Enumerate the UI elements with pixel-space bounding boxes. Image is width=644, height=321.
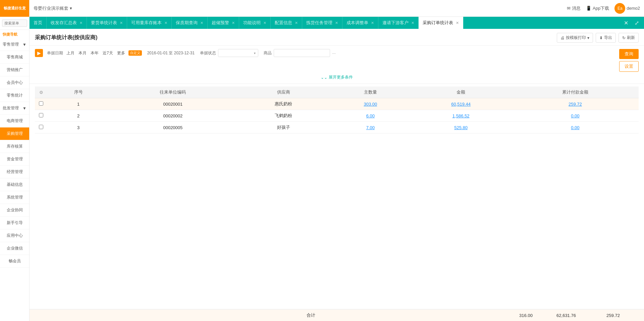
tab-close-icon[interactable]: ✕ <box>164 21 167 25</box>
th-setting[interactable]: ⚙ <box>35 87 47 98</box>
tab-receive-summary[interactable]: 收发存汇总表 ✕ <box>47 17 87 29</box>
row-checkbox[interactable] <box>39 125 43 129</box>
cell-checkbox[interactable] <box>35 122 47 133</box>
sidebar-item-retail-stats[interactable]: 零售统计 <box>0 89 29 102</box>
sidebar: 畅捷通好生意 快捷导航 零售管理 ▼ 零售商城 营销推广 会员中心 零售统计 批… <box>0 0 30 321</box>
status-select[interactable] <box>218 49 258 57</box>
sidebar-item-purchase[interactable]: 采购管理 <box>0 127 29 140</box>
sidebar-item-basics[interactable]: 基础信息 <box>0 178 29 191</box>
tab-close-icon[interactable]: ✕ <box>79 21 83 25</box>
nav-label[interactable]: 快捷导航 <box>0 30 29 38</box>
cell-no: 2 <box>47 110 109 122</box>
tab-close-icon[interactable]: ✕ <box>411 21 414 25</box>
expand-arrow-btn[interactable]: ▶ <box>35 49 43 57</box>
more-options-icon[interactable]: ··· <box>332 51 336 56</box>
sidebar-item-guide[interactable]: 新手引导 <box>0 217 29 229</box>
cell-amount[interactable]: 1,586.52 <box>410 110 512 122</box>
page-panel: 采购订单统计表(按供应商) 🖨 按模板打印 ▾ ⬇ 导出 ↻ 刷新 <box>30 29 644 321</box>
tab-close-icon[interactable]: ✕ <box>232 21 235 25</box>
cell-amount[interactable]: 60,519.44 <box>410 98 512 110</box>
tab-close-icon[interactable]: ✕ <box>335 21 338 25</box>
maximize-btn[interactable]: ⤢ <box>632 18 641 28</box>
message-btn[interactable]: ✉ 消息 <box>567 5 581 11</box>
close-tab-btn[interactable]: ✕ <box>621 18 631 28</box>
shortcut-last-month[interactable]: 上月 <box>65 50 76 57</box>
cell-qty[interactable]: 7.00 <box>331 122 410 133</box>
tab-validity[interactable]: 保质期查询 ✕ <box>172 17 208 29</box>
sidebar-item-system[interactable]: 系统管理 <box>0 191 29 204</box>
cell-amount[interactable]: 525.80 <box>410 122 512 133</box>
tab-close-icon[interactable]: ✕ <box>200 21 203 25</box>
sidebar-item-wholesale[interactable]: 批发管理 ▼ <box>0 102 29 115</box>
shortcut-this-year[interactable]: 本年 <box>89 50 100 57</box>
shortcut-this-month[interactable]: 本月 <box>77 50 88 57</box>
app-download-label: App下载 <box>593 5 609 11</box>
cell-unit-code: 00020002 <box>109 110 236 122</box>
cell-paid[interactable]: 259.72 <box>512 98 639 110</box>
tab-label: 保质期查询 <box>176 20 198 26</box>
phone-icon: 📱 <box>586 6 591 11</box>
tab-function-desc[interactable]: 功能说明 ✕ <box>239 17 271 29</box>
tab-close-icon[interactable]: ✕ <box>120 21 123 25</box>
query-btn[interactable]: 查询 <box>619 49 639 59</box>
cell-qty[interactable]: 6.00 <box>331 110 410 122</box>
tab-available-stock[interactable]: 可用量库存账本 ✕ <box>127 17 172 29</box>
search-input[interactable] <box>2 19 27 27</box>
tab-home[interactable]: 首页 <box>30 17 47 29</box>
cell-checkbox[interactable] <box>35 110 47 122</box>
cell-unit-code: 00020001 <box>109 98 236 110</box>
sidebar-item-ops[interactable]: 经营管理 <box>0 166 29 178</box>
th-paid: 累计付款金额 <box>512 87 639 98</box>
chevron-down-icon: ▾ <box>587 36 589 40</box>
sidebar-item-label: 批发管理 <box>3 105 19 111</box>
user-profile[interactable]: Ea demo2 <box>614 3 640 14</box>
tab-overstock[interactable]: 超储预警 ✕ <box>208 17 239 29</box>
sidebar-item-apps[interactable]: 应用中心 <box>0 229 29 242</box>
tab-close-icon[interactable]: ✕ <box>456 21 459 25</box>
tab-label: 超储预警 <box>212 20 229 26</box>
goods-filter-group: 商品 ··· <box>264 49 336 57</box>
logo-text: 畅捷通好生意 <box>4 6 26 10</box>
workspace-selector[interactable]: 母婴行业演示账套 ▾ <box>34 5 72 11</box>
sidebar-item-members[interactable]: 会员中心 <box>0 76 29 89</box>
template-print-btn[interactable]: 🖨 按模板打印 ▾ <box>557 33 593 43</box>
sidebar-item-retail-shop[interactable]: 零售商城 <box>0 51 29 64</box>
tab-invite-downstream[interactable]: 邀请下游客户 ✕ <box>378 17 419 29</box>
cell-paid[interactable]: 0.00 <box>512 122 639 133</box>
header-left: 母婴行业演示账套 ▾ <box>34 5 72 11</box>
tab-goods-summary[interactable]: 要货单统计表 ✕ <box>87 17 127 29</box>
tab-cost-adjust[interactable]: 成本调整单 ✕ <box>342 17 378 29</box>
tab-label: 配置信息 <box>275 20 292 26</box>
tab-close-icon[interactable]: ✕ <box>295 21 298 25</box>
message-label: 消息 <box>572 5 581 11</box>
footer-qty: 316.00 <box>506 313 546 318</box>
tab-close-icon[interactable]: ✕ <box>371 21 374 25</box>
export-btn[interactable]: ⬇ 导出 <box>596 33 616 43</box>
sidebar-item-finance[interactable]: 资金管理 <box>0 153 29 166</box>
sidebar-item-wechat[interactable]: 企业微信 <box>0 242 29 255</box>
filter-actions: 查询 设置 <box>619 49 639 72</box>
app-download-btn[interactable]: 📱 App下载 <box>586 5 609 11</box>
cell-qty[interactable]: 303.00 <box>331 98 410 110</box>
tab-purchase-summary[interactable]: 采购订单统计表 ✕ <box>419 17 463 29</box>
gear-icon[interactable]: ⚙ <box>39 90 43 95</box>
tab-pick-task[interactable]: 拣货任务管理 ✕ <box>302 17 342 29</box>
sidebar-item-stock[interactable]: 库存核算 <box>0 140 29 153</box>
sidebar-item-ecommerce[interactable]: 电商管理 <box>0 115 29 127</box>
shortcut-more[interactable]: 更多 <box>116 50 126 57</box>
sidebar-item-retail[interactable]: 零售管理 ▼ <box>0 38 29 51</box>
sidebar-item-marketing[interactable]: 营销推广 <box>0 64 29 76</box>
goods-input[interactable] <box>274 49 330 57</box>
row-checkbox[interactable] <box>39 113 43 117</box>
row-checkbox[interactable] <box>39 101 43 106</box>
tab-close-icon[interactable]: ✕ <box>263 21 266 25</box>
expand-more-btn[interactable]: ⌄⌄ 展开更多条件 <box>35 74 639 80</box>
refresh-btn[interactable]: ↻ 刷新 <box>619 33 639 43</box>
cell-paid[interactable]: 0.00 <box>512 110 639 122</box>
sidebar-item-vip[interactable]: 畅会员 <box>0 255 29 268</box>
tab-config[interactable]: 配置信息 ✕ <box>271 17 302 29</box>
cell-checkbox[interactable] <box>35 98 47 110</box>
settings-btn[interactable]: 设置 <box>619 61 639 72</box>
sidebar-item-enterprise[interactable]: 企业协同 <box>0 204 29 217</box>
shortcut-7days[interactable]: 近7天 <box>101 50 114 57</box>
